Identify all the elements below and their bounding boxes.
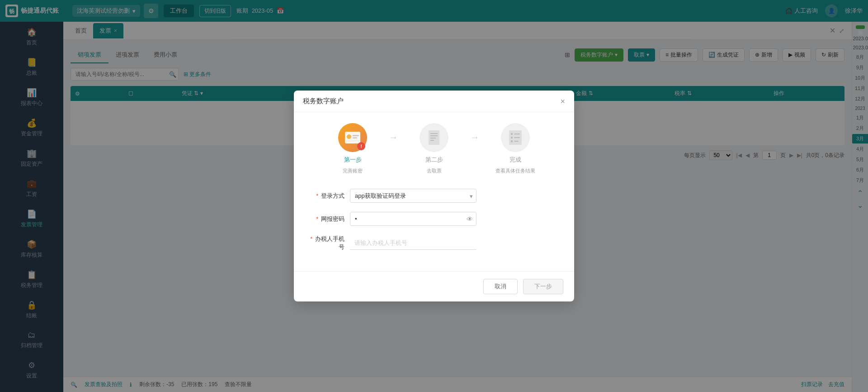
svg-rect-4 <box>353 135 359 136</box>
svg-rect-18 <box>514 141 519 142</box>
svg-rect-14 <box>514 134 520 134</box>
cancel-button[interactable]: 取消 <box>483 279 518 294</box>
phone-row: * 办税人手机号 <box>308 235 560 251</box>
password-row: * 网报密码 👁 <box>308 212 560 226</box>
step3-icon-wrap <box>501 123 530 152</box>
password-input[interactable] <box>350 212 476 226</box>
step3-desc: 查看具体任务结果 <box>495 167 535 174</box>
step-arrow-1: → <box>389 123 398 143</box>
step1-label: 第一步 <box>344 156 362 164</box>
phone-label: * 办税人手机号 <box>308 235 344 251</box>
step2-icon-wrap <box>420 123 448 152</box>
svg-rect-16 <box>514 137 520 138</box>
required-mark-2: * <box>316 215 318 222</box>
svg-rect-8 <box>430 133 438 134</box>
step-2: 第二步 去取票 <box>398 123 470 174</box>
svg-rect-5 <box>353 137 357 139</box>
phone-input[interactable] <box>350 236 476 250</box>
document-icon <box>426 129 442 146</box>
dialog-body: ! 第一步 完善账密 → <box>294 112 574 271</box>
checklist-icon <box>507 129 524 146</box>
dialog-close-button[interactable]: × <box>560 97 565 105</box>
phone-control <box>350 236 476 250</box>
svg-rect-13 <box>511 133 513 135</box>
login-method-label: * 登录方式 <box>308 192 344 200</box>
dialog-footer: 取消 下一步 <box>294 271 574 301</box>
required-mark-1: * <box>316 192 318 199</box>
required-mark-3: * <box>310 235 312 242</box>
modal-overlay: 税务数字账户 × <box>0 0 868 392</box>
password-control: 👁 <box>350 212 476 226</box>
svg-point-3 <box>347 134 351 139</box>
svg-rect-10 <box>430 138 436 139</box>
step1-badge: ! <box>357 142 365 150</box>
login-method-control: app获取验证码登录 账号密码登录 ▾ <box>350 189 476 203</box>
svg-rect-15 <box>511 137 513 139</box>
step-arrow-2: → <box>470 123 479 143</box>
step2-desc: 去取票 <box>427 167 442 174</box>
eye-toggle-icon[interactable]: 👁 <box>467 215 473 223</box>
dialog-title: 税务数字账户 <box>303 97 344 105</box>
steps-row: ! 第一步 完善账密 → <box>308 123 560 174</box>
step2-label: 第二步 <box>425 156 443 164</box>
step1-icon-wrap: ! <box>338 123 367 152</box>
login-method-row: * 登录方式 app获取验证码登录 账号密码登录 ▾ <box>308 189 560 203</box>
tax-digital-dialog: 税务数字账户 × <box>294 91 574 301</box>
svg-rect-17 <box>511 140 513 142</box>
step-1: ! 第一步 完善账密 <box>316 123 389 174</box>
step3-label: 完成 <box>509 156 521 164</box>
login-method-select[interactable]: app获取验证码登录 账号密码登录 <box>350 189 476 203</box>
step1-desc: 完善账密 <box>343 167 363 174</box>
svg-rect-11 <box>430 140 434 141</box>
next-step-button[interactable]: 下一步 <box>523 279 563 294</box>
step-3: 完成 查看具体任务结果 <box>479 123 552 174</box>
password-label: * 网报密码 <box>308 215 344 223</box>
svg-rect-9 <box>430 135 438 136</box>
svg-rect-6 <box>345 140 360 141</box>
dialog-header: 税务数字账户 × <box>294 91 574 112</box>
id-card-icon <box>344 131 361 144</box>
